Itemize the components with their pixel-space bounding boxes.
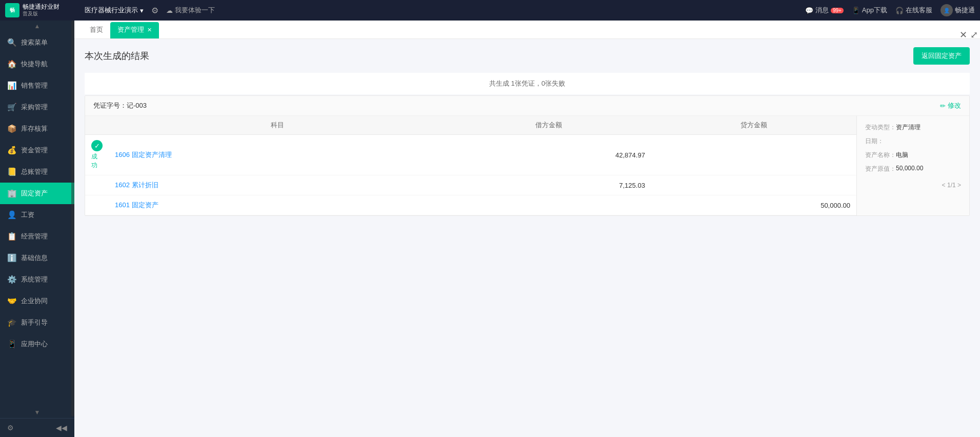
sidebar-item-finance[interactable]: 💰 资金管理 — [0, 140, 74, 161]
sidebar-item-base-info[interactable]: ℹ️ 基础信息 — [0, 247, 74, 269]
voucher-container: 凭证字号：记-003 ✏ 修改 科目 — [85, 95, 970, 216]
row-status-cell-3 — [85, 195, 109, 215]
header-center: 医疗器械行业演示 ▾ ⚙ ☁ 我要体验一下 — [79, 3, 805, 17]
sidebar-item-ledger[interactable]: 📒 总账管理 — [0, 161, 74, 183]
app-logo-icon: 畅 — [5, 3, 19, 17]
avatar: 👤 — [941, 4, 953, 16]
sidebar-item-sales[interactable]: 📊 销售管理 — [0, 75, 74, 96]
subject-cell-2: 1602 累计折旧 — [109, 175, 446, 195]
scroll-up-arrow[interactable]: ▲ — [34, 23, 41, 30]
voucher-table-area: 科目 借方金额 贷方金额 ✓ 成 — [85, 116, 856, 215]
sales-icon: 📊 — [7, 81, 17, 90]
sidebar-item-app-center[interactable]: 📱 应用中心 — [0, 333, 74, 355]
page-indicator: 1/1 — [947, 182, 957, 189]
sidebar-item-system[interactable]: ⚙️ 系统管理 — [0, 269, 74, 290]
finance-icon: 💰 — [7, 146, 17, 155]
page-content: 本次生成的结果 返回固定资产 共生成 1张凭证，0张失败 凭证字号：记-003 … — [74, 39, 980, 437]
tab-home[interactable]: 首页 — [83, 22, 110, 38]
sidebar-item-fixed-assets[interactable]: 🏢 固定资产 — [0, 183, 74, 204]
original-value-row: 资产原值： 50,000.00 — [865, 165, 961, 173]
right-panel: 变动类型： 资产清理 日期： 资产名称： 电脑 资产原值： — [856, 116, 969, 215]
return-fixed-assets-button[interactable]: 返回固定资产 — [913, 47, 970, 65]
success-icon: ✓ — [91, 140, 103, 151]
header-right: 💬 消息 99+ 📱 App下载 🎧 在线客服 👤 畅捷通 — [805, 4, 975, 16]
credit-cell-2 — [651, 175, 856, 195]
voucher-table: 科目 借方金额 贷方金额 ✓ 成 — [85, 116, 856, 215]
summary-bar: 共生成 1张凭证，0张失败 — [85, 73, 970, 94]
company-selector[interactable]: 医疗器械行业演示 ▾ — [85, 6, 144, 15]
col-debit: 借方金额 — [446, 116, 651, 135]
sidebar-item-enterprise[interactable]: 🤝 企业协同 — [0, 290, 74, 312]
settings-icon[interactable]: ⚙ — [7, 424, 14, 432]
col-status — [85, 116, 109, 135]
page-title: 本次生成的结果 — [85, 50, 149, 62]
original-value-value: 50,000.00 — [896, 165, 923, 173]
edit-icon: ✏ — [940, 102, 946, 110]
voucher-number: 凭证字号：记-003 — [93, 101, 147, 110]
experience-button[interactable]: ☁ 我要体验一下 — [166, 6, 215, 15]
sidebar-item-payroll[interactable]: 👤 工资 — [0, 204, 74, 226]
message-button[interactable]: 💬 消息 99+ — [805, 6, 844, 15]
app-version: 普及版 — [23, 10, 59, 17]
purchase-icon: 🛒 — [7, 103, 17, 112]
enterprise-icon: 🤝 — [7, 296, 17, 306]
credit-cell-1 — [651, 135, 856, 175]
operation-icon: 📋 — [7, 232, 17, 241]
sidebar-item-search[interactable]: 🔍 搜索菜单 — [0, 32, 74, 53]
sidebar-item-guide[interactable]: 🎓 新手引导 — [0, 312, 74, 333]
debit-cell-2: 7,125.03 — [446, 175, 651, 195]
asset-name-label: 资产名称： — [865, 151, 896, 160]
voucher-header: 凭证字号：记-003 ✏ 修改 — [85, 96, 969, 116]
credit-cell-3: 50,000.00 — [651, 195, 856, 215]
original-value-label: 资产原值： — [865, 165, 896, 173]
sidebar-scroll: 🔍 搜索菜单 🏠 快捷导航 📊 销售管理 🛒 采购管理 📦 库存核算 💰 — [0, 32, 74, 407]
payroll-icon: 👤 — [7, 210, 17, 220]
subject-cell-1: 1606 固定资产清理 — [109, 135, 446, 175]
close-panel-button[interactable]: ✕ — [959, 29, 967, 41]
success-label: 成功 — [91, 152, 103, 170]
cloud-icon: ☁ — [166, 7, 173, 14]
message-icon: 💬 — [805, 7, 813, 14]
guide-icon: 🎓 — [7, 318, 17, 327]
table-row: 1602 累计折旧 7,125.03 — [85, 175, 856, 195]
search-icon: 🔍 — [7, 38, 17, 47]
sidebar-item-inventory[interactable]: 📦 库存核算 — [0, 118, 74, 140]
row-status-cell: ✓ 成功 — [85, 135, 109, 175]
change-type-label: 变动类型： — [865, 123, 896, 132]
table-row: ✓ 成功 1606 固定资产清理 42,874.97 — [85, 135, 856, 175]
asset-name-value: 电脑 — [896, 151, 908, 160]
logo-area: 畅 畅捷通好业财 普及版 — [5, 3, 79, 17]
summary-text: 共生成 1张凭证，0张失败 — [489, 80, 565, 87]
col-credit: 贷方金额 — [651, 116, 856, 135]
tab-close-button[interactable]: ✕ — [147, 27, 152, 33]
online-service-button[interactable]: 🎧 在线客服 — [895, 6, 932, 15]
home-icon: 🏠 — [7, 59, 17, 69]
content-area: 首页 资产管理 ✕ 本次生成的结果 返回固定资产 共生成 1张凭证，0张失败 — [74, 21, 980, 437]
scroll-down-arrow[interactable]: ▼ — [34, 409, 41, 416]
message-badge: 99+ — [831, 8, 844, 13]
inventory-icon: 📦 — [7, 124, 17, 133]
asset-name-row: 资产名称： 电脑 — [865, 151, 961, 160]
expand-panel-button[interactable]: ⤢ — [970, 29, 978, 41]
edit-voucher-button[interactable]: ✏ 修改 — [940, 101, 961, 110]
col-subject: 科目 — [109, 116, 446, 135]
tab-asset-mgmt[interactable]: 资产管理 ✕ — [110, 22, 159, 38]
sidebar-bottom: ⚙ ◀◀ — [0, 418, 74, 437]
company-name: 医疗器械行业演示 — [85, 6, 138, 15]
user-area[interactable]: 👤 畅捷通 — [941, 4, 975, 16]
prev-page-button[interactable]: < — [942, 182, 946, 189]
collapse-sidebar-button[interactable]: ◀◀ — [56, 424, 67, 432]
info-icon: ℹ️ — [7, 253, 17, 263]
phone-icon: 📱 — [852, 7, 860, 14]
gear-button[interactable]: ⚙ — [148, 3, 162, 17]
app-download-button[interactable]: 📱 App下载 — [852, 6, 887, 15]
main-layout: ▲ 🔍 搜索菜单 🏠 快捷导航 📊 销售管理 🛒 采购管理 📦 库存核算 — [0, 21, 980, 437]
next-page-button[interactable]: > — [957, 182, 961, 189]
sidebar-item-operation[interactable]: 📋 经营管理 — [0, 226, 74, 247]
date-row: 日期： — [865, 137, 961, 146]
change-type-value: 资产清理 — [896, 123, 921, 132]
sidebar-item-quick-nav[interactable]: 🏠 快捷导航 — [0, 53, 74, 75]
headset-icon: 🎧 — [895, 7, 904, 14]
sidebar-item-purchase[interactable]: 🛒 采购管理 — [0, 96, 74, 118]
subject-cell-3: 1601 固定资产 — [109, 195, 446, 215]
